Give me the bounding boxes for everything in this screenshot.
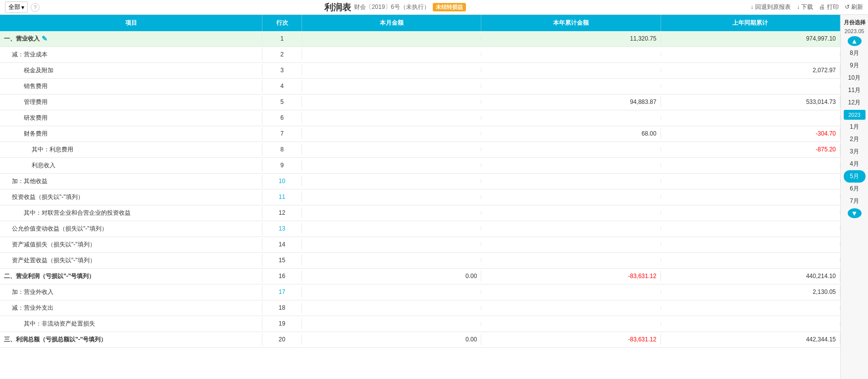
table-row: 资产减值损失（损失以"-"填列）14	[0, 237, 840, 253]
row-number: 6	[262, 112, 302, 123]
lastyear-value: 2,072.97	[661, 65, 840, 76]
row-label-text: 其中：对联营企业和合营企业的投资收益	[24, 209, 131, 217]
lastyear-value	[661, 306, 840, 310]
row-number: 19	[262, 318, 302, 329]
col-header-yearly: 本年累计金额	[481, 15, 661, 31]
yearly-value	[481, 68, 661, 72]
row-number: 7	[262, 128, 302, 139]
table-row: 减：营业成本2	[0, 47, 840, 63]
sidebar-up-btn[interactable]: ▲	[848, 36, 862, 46]
row-number: 14	[262, 239, 302, 250]
yearly-value	[481, 195, 661, 199]
monthly-value	[302, 84, 481, 88]
sidebar-down-btn[interactable]: ▼	[848, 208, 862, 218]
table-area: 项目 行次 本月金额 本年累计金额 上年同期累计 一、营业收入✎111,320.…	[0, 15, 840, 379]
header-bar: 全部 ▾ ? 利润表 财会〔2019〕6号（未执行） 未结转损益 ↓ 回退到原报…	[0, 0, 868, 15]
lastyear-value	[661, 211, 840, 215]
row-number: 4	[262, 81, 302, 92]
table-row: 财务费用768.00-304.70	[0, 126, 840, 142]
sidebar-month-item[interactable]: 3月	[844, 145, 866, 158]
yearly-value	[481, 290, 661, 294]
yearly-value	[481, 306, 661, 310]
main-container: 项目 行次 本月金额 本年累计金额 上年同期累计 一、营业收入✎111,320.…	[0, 15, 868, 379]
table-row: 研发费用6	[0, 110, 840, 126]
row-label-text: 资产减值损失（损失以"-"填列）	[12, 240, 96, 249]
monthly-value: 0.00	[302, 271, 481, 282]
sidebar-month-item[interactable]: 8月	[844, 47, 866, 59]
yearly-value	[481, 211, 661, 215]
table-row: 一、营业收入✎111,320.75974,997.10	[0, 31, 840, 47]
sidebar-month-item[interactable]: 6月	[844, 183, 866, 195]
row-label: 销售费用	[0, 80, 262, 93]
sidebar-month-item[interactable]: 9月	[844, 59, 866, 72]
sidebar-months-before: 8月9月10月11月12月	[844, 47, 866, 109]
sidebar-month-item[interactable]: 12月	[844, 96, 866, 109]
chevron-down-icon: ▾	[21, 4, 24, 11]
header-meta: 财会〔2019〕6号（未执行）	[354, 3, 430, 11]
header-center: 利润表 财会〔2019〕6号（未执行） 未结转损益	[324, 1, 466, 13]
lastyear-value	[661, 84, 840, 88]
row-label-text: 减：营业外支出	[12, 304, 53, 312]
lastyear-value: -304.70	[661, 128, 840, 139]
row-number[interactable]: 11	[262, 191, 302, 202]
monthly-value	[302, 195, 481, 199]
table-row: 其中：利息费用8-875.20	[0, 142, 840, 158]
lastyear-value: -875.20	[661, 144, 840, 155]
lastyear-value	[661, 322, 840, 326]
row-number[interactable]: 13	[262, 223, 302, 234]
row-label: 减：营业成本	[0, 48, 262, 61]
sidebar-month-item[interactable]: 1月	[844, 121, 866, 133]
table-row: 税金及附加32,072.97	[0, 63, 840, 79]
row-label: 公允价值变动收益（损失以"-"填列）	[0, 223, 262, 235]
yearly-value	[481, 179, 661, 183]
lastyear-value	[661, 242, 840, 246]
sidebar-month-item[interactable]: 2月	[844, 133, 866, 145]
refresh-button[interactable]: ↺ 刷新	[845, 3, 863, 11]
table-row: 资产处置收益（损失以"-"填列）15	[0, 253, 840, 269]
row-number: 8	[262, 144, 302, 155]
monthly-value	[302, 179, 481, 183]
lastyear-value: 440,214.10	[661, 271, 840, 282]
sidebar: 月份选择 2023.05 ▲ 8月9月10月11月12月 2023 1月2月3月…	[840, 15, 868, 379]
sidebar-month-item[interactable]: 4月	[844, 158, 866, 170]
table-row: 销售费用4	[0, 79, 840, 95]
edit-icon[interactable]: ✎	[42, 35, 48, 43]
monthly-value	[302, 147, 481, 151]
row-label: 税金及附加	[0, 64, 262, 77]
row-number: 16	[262, 271, 302, 282]
row-label-text: 其中：非流动资产处置损失	[24, 320, 95, 328]
help-icon[interactable]: ?	[31, 3, 40, 12]
row-label: 财务费用	[0, 128, 262, 140]
row-label-text: 三、利润总额（亏损总额以"-"号填列）	[4, 335, 106, 344]
yearly-value	[481, 242, 661, 246]
yearly-value	[481, 52, 661, 56]
sidebar-title: 月份选择	[844, 17, 866, 27]
scope-dropdown[interactable]: 全部 ▾	[5, 1, 28, 13]
lastyear-value	[661, 52, 840, 56]
download-button[interactable]: ↓ 下载	[797, 3, 813, 11]
row-label: 资产减值损失（损失以"-"填列）	[0, 238, 262, 251]
lastyear-value	[661, 179, 840, 183]
sidebar-date: 2023.05	[845, 27, 865, 35]
sidebar-month-item[interactable]: 5月	[844, 170, 866, 183]
yearly-value: 94,883.87	[481, 96, 661, 107]
back-button[interactable]: ↓ 回退到原报表	[751, 3, 791, 11]
sidebar-month-item[interactable]: 11月	[844, 84, 866, 96]
monthly-value	[302, 116, 481, 120]
row-number[interactable]: 17	[262, 286, 302, 297]
sidebar-month-item[interactable]: 7月	[844, 195, 866, 207]
yearly-value	[481, 163, 661, 167]
row-label-text: 税金及附加	[24, 66, 53, 75]
yearly-value	[481, 84, 661, 88]
lastyear-value	[661, 163, 840, 167]
row-label-text: 销售费用	[24, 82, 48, 91]
col-header-lastyear: 上年同期累计	[661, 15, 840, 31]
yearly-value: -83,631.12	[481, 271, 661, 282]
yearly-value	[481, 322, 661, 326]
row-number: 15	[262, 255, 302, 266]
row-label: 管理费用	[0, 96, 262, 108]
print-button[interactable]: 🖨 打印	[819, 3, 838, 11]
sidebar-month-item[interactable]: 10月	[844, 72, 866, 84]
row-number[interactable]: 10	[262, 176, 302, 187]
row-number: 5	[262, 96, 302, 107]
